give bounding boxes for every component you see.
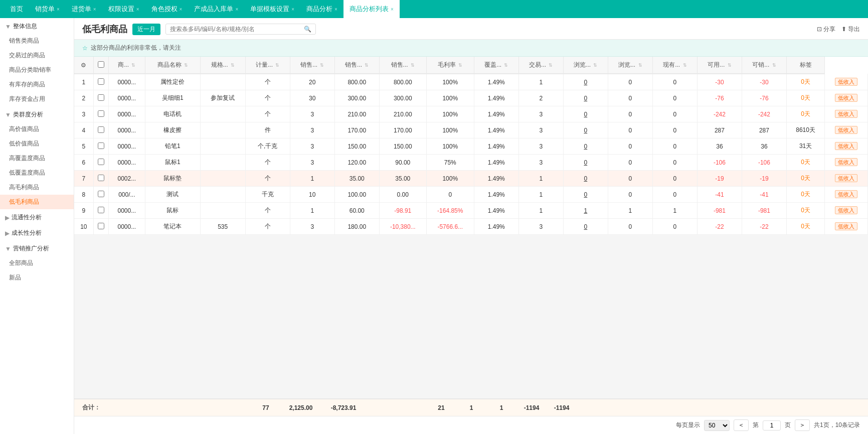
nav-template-settings[interactable]: 单据模板设置 × (244, 0, 300, 18)
nav-purchase-order[interactable]: 进货单 × (66, 0, 102, 18)
cell-trade[interactable]: 0 (563, 171, 608, 187)
cell-tag: 低收入 (825, 90, 868, 106)
time-filter-button[interactable]: 近一月 (132, 24, 160, 35)
select-all-checkbox[interactable] (98, 61, 104, 68)
sidebar-item-high-profit[interactable]: 高毛利商品 (0, 180, 74, 195)
share-button[interactable]: ⊡ 分享 (817, 25, 835, 34)
row-checkbox[interactable] (98, 175, 104, 181)
cell-checkbox[interactable] (93, 203, 108, 219)
nav-role-auth[interactable]: 角色授权 × (145, 0, 189, 18)
close-icon[interactable]: × (334, 7, 337, 12)
close-icon[interactable]: × (93, 7, 96, 12)
cell-name: 电话机 (145, 106, 200, 122)
cell-unit: 个 (245, 203, 290, 219)
sidebar-item-all-goods[interactable]: 全部商品 (0, 256, 74, 270)
nav-permission-settings[interactable]: 权限设置 × (102, 0, 145, 18)
sidebar-section-overall[interactable]: ▼ 整体信息 (0, 18, 74, 34)
cell-browse2: 0 (652, 122, 697, 138)
sidebar-item-high-value[interactable]: 高价值商品 (0, 122, 74, 136)
prev-page-button[interactable]: ＜ (734, 419, 749, 431)
nav-product-analysis-list[interactable]: 商品分析列表 × (343, 0, 400, 18)
cell-days: 0天 (786, 90, 824, 106)
next-page-button[interactable]: ＞ (795, 419, 810, 431)
cell-gross: 1.49% (474, 74, 518, 90)
cell-num: 8 (74, 187, 93, 203)
row-checkbox[interactable] (98, 94, 104, 101)
sidebar-item-high-coverage[interactable]: 高覆盖度商品 (0, 151, 74, 166)
sidebar-item-category-sales-rate[interactable]: 商品分类助销率 (0, 63, 74, 77)
cell-trade[interactable]: 0 (563, 90, 608, 106)
cell-days: 31天 (786, 138, 824, 155)
cell-avail: -19 (742, 171, 786, 187)
row-checkbox[interactable] (98, 126, 104, 133)
sidebar-item-capital-usage[interactable]: 库存资金占用 (0, 92, 74, 106)
row-checkbox[interactable] (98, 223, 104, 229)
cell-checkbox[interactable] (93, 138, 108, 155)
cell-spec: 535 (200, 219, 245, 235)
sidebar-section-marketing[interactable]: ▼ 营销推广分析 (0, 240, 74, 256)
page-size-label: 每页显示 (676, 421, 700, 429)
cell-checkbox[interactable] (93, 187, 108, 203)
row-checkbox[interactable] (98, 191, 104, 197)
sidebar-item-low-coverage[interactable]: 低覆盖度商品 (0, 166, 74, 180)
search-input[interactable] (170, 26, 302, 33)
search-icon[interactable]: 🔍 (304, 26, 311, 33)
table-row: 1 0000... 属性定价 个 20 800.00 800.00 100% 1… (74, 74, 868, 90)
cell-tag: 低收入 (825, 106, 868, 122)
row-checkbox[interactable] (98, 159, 104, 165)
cell-stock: -106 (697, 155, 742, 171)
row-checkbox[interactable] (98, 78, 104, 85)
cell-trade[interactable]: 0 (563, 74, 608, 90)
row-checkbox[interactable] (98, 110, 104, 117)
cell-browse1: 0 (608, 90, 652, 106)
close-icon[interactable]: × (391, 7, 394, 12)
cell-trade[interactable]: 1 (563, 203, 608, 219)
cell-trade[interactable]: 0 (563, 106, 608, 122)
sidebar-section-cluster[interactable]: ▼ 类群度分析 (0, 106, 74, 122)
page-size-select[interactable]: 50 20 100 (704, 420, 730, 431)
sidebar-item-new-goods[interactable]: 新品 (0, 270, 74, 285)
cell-trade[interactable]: 0 (563, 138, 608, 155)
sidebar-section-circulation[interactable]: ▶ 流通性分析 (0, 209, 74, 225)
sidebar-item-low-profit[interactable]: 低毛利商品 (0, 195, 74, 209)
cell-coverage: 1 (518, 203, 563, 219)
row-checkbox[interactable] (98, 207, 104, 213)
cell-trade[interactable]: 0 (563, 155, 608, 171)
sidebar-section-growth[interactable]: ▶ 成长性分析 (0, 225, 74, 240)
cell-checkbox[interactable] (93, 106, 108, 122)
cell-checkbox[interactable] (93, 155, 108, 171)
th-settings[interactable]: ⚙ (74, 57, 93, 74)
page-number-input[interactable] (763, 420, 781, 430)
share-icon: ⊡ (817, 26, 822, 33)
cell-checkbox[interactable] (93, 122, 108, 138)
table-row: 3 0000... 电话机 个 3 210.00 210.00 100% 1.4… (74, 106, 868, 122)
close-icon[interactable]: × (57, 7, 60, 12)
cell-checkbox[interactable] (93, 90, 108, 106)
cell-checkbox[interactable] (93, 219, 108, 235)
sidebar-item-low-value[interactable]: 低价值商品 (0, 136, 74, 151)
sidebar-item-in-stock[interactable]: 有库存的商品 (0, 77, 74, 92)
cell-checkbox[interactable] (93, 171, 108, 187)
nav-product-inbound[interactable]: 产成品入库单 × (188, 0, 244, 18)
close-icon[interactable]: × (291, 7, 294, 12)
cell-trade[interactable]: 0 (563, 187, 608, 203)
row-checkbox[interactable] (98, 142, 104, 149)
close-icon[interactable]: × (136, 7, 139, 12)
nav-sales-order[interactable]: 销货单 × (29, 0, 66, 18)
sidebar-item-sales-goods[interactable]: 销售类商品 (0, 34, 74, 48)
cell-checkbox[interactable] (93, 74, 108, 90)
cell-price: 60.00 (334, 203, 379, 219)
close-icon[interactable]: × (235, 7, 238, 12)
cell-trade[interactable]: 0 (563, 122, 608, 138)
export-button[interactable]: ⬆ 导出 (841, 25, 860, 34)
nav-home[interactable]: 首页 (4, 0, 29, 18)
cell-unit: 个 (245, 106, 290, 122)
nav-product-analysis[interactable]: 商品分析 × (300, 0, 343, 18)
cell-code: 0000... (108, 90, 145, 106)
cell-profit: 100% (426, 171, 474, 187)
cell-trade[interactable]: 0 (563, 219, 608, 235)
close-icon[interactable]: × (180, 7, 183, 12)
sidebar-item-traded-goods[interactable]: 交易过的商品 (0, 48, 74, 63)
table-container: ⚙ 商... ⇅ 商品名称 ⇅ 规格... ⇅ 计量... ⇅ 销售... ⇅ … (74, 57, 868, 398)
th-sales-profit: 销售... ⇅ (379, 57, 426, 74)
